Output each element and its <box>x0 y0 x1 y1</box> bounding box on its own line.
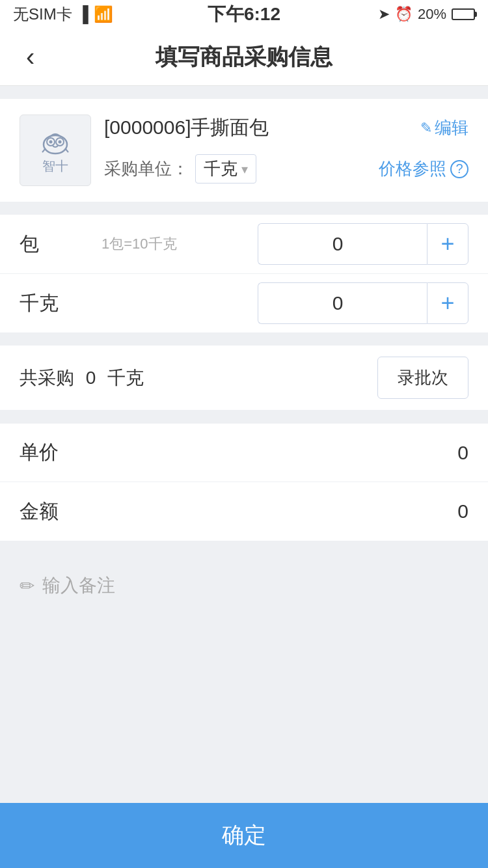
signal-icon: ▐ <box>77 5 88 23</box>
battery-percent: 20% <box>418 6 446 23</box>
page-title: 填写商品采购信息 <box>156 42 332 72</box>
nav-bar: ‹ 填写商品采购信息 <box>0 29 488 86</box>
pack-input-group: + <box>258 223 468 265</box>
status-right: ➤ ⏰ 20% <box>378 6 475 23</box>
info-circle-icon: ? <box>450 160 468 178</box>
amount-value: 0 <box>457 500 468 522</box>
wifi-icon: 📶 <box>94 5 113 23</box>
mid-divider-1 <box>0 202 488 215</box>
kg-input[interactable] <box>258 282 427 324</box>
svg-line-6 <box>65 148 68 152</box>
back-button[interactable]: ‹ <box>20 36 41 78</box>
product-image: 智十 <box>20 115 91 186</box>
kg-label: 千克 <box>20 290 98 317</box>
unit-price-label: 单价 <box>20 439 457 466</box>
batch-button[interactable]: 录批次 <box>377 357 468 399</box>
pencil-icon: ✏ <box>20 575 34 597</box>
product-info: [0000006]手撕面包 ✎ 编辑 采购单位： 千克 ▾ 价格参照 ? <box>104 115 468 183</box>
remark-section[interactable]: ✏ 输入备注 <box>0 554 488 617</box>
content-spacer <box>0 617 488 803</box>
svg-line-5 <box>42 148 46 152</box>
unit-price-row: 单价 0 <box>0 424 488 482</box>
unit-label: 采购单位： <box>104 157 189 180</box>
battery-bar-icon <box>452 8 475 20</box>
pack-plus-button[interactable]: + <box>427 223 468 265</box>
price-info-section: 单价 0 金额 0 <box>0 424 488 541</box>
pack-row: 包 1包=10千克 + <box>0 215 488 273</box>
summary-amount: 0 <box>86 368 96 388</box>
product-name-row: [0000006]手撕面包 ✎ 编辑 <box>104 115 468 141</box>
unit-selector-group: 采购单位： 千克 ▾ <box>104 154 256 183</box>
product-unit-row: 采购单位： 千克 ▾ 价格参照 ? <box>104 154 468 183</box>
remark-placeholder: 输入备注 <box>42 573 115 598</box>
amount-row: 金额 0 <box>0 482 488 541</box>
pack-label: 包 <box>20 231 98 258</box>
svg-point-3 <box>49 140 53 143</box>
mid-divider-2 <box>0 332 488 346</box>
edit-icon: ✎ <box>420 120 432 137</box>
alarm-icon: ⏰ <box>395 6 413 23</box>
price-ref-label: 价格参照 <box>379 157 446 180</box>
unit-price-value: 0 <box>457 442 468 464</box>
status-bar: 无SIM卡 ▐ 📶 下午6:12 ➤ ⏰ 20% <box>0 0 488 29</box>
kg-plus-button[interactable]: + <box>427 282 468 324</box>
unit-value: 千克 <box>204 157 237 180</box>
status-left: 无SIM卡 ▐ 📶 <box>13 4 113 25</box>
mid-divider-3 <box>0 411 488 424</box>
location-icon: ➤ <box>378 6 390 23</box>
price-ref-button[interactable]: 价格参照 ? <box>379 157 468 180</box>
carrier-label: 无SIM卡 <box>13 4 72 25</box>
product-card: 智十 [0000006]手撕面包 ✎ 编辑 采购单位： 千克 ▾ <box>0 99 488 202</box>
confirm-button[interactable]: 确定 <box>0 803 488 868</box>
svg-point-4 <box>59 140 62 143</box>
owl-icon <box>39 126 72 155</box>
product-owl-label: 智十 <box>42 157 68 175</box>
unit-select[interactable]: 千克 ▾ <box>195 154 256 183</box>
summary-text: 共采购 0 千克 <box>20 366 377 390</box>
product-image-inner: 智十 <box>39 126 72 175</box>
pack-sub-label: 1包=10千克 <box>102 234 177 254</box>
edit-label: 编辑 <box>435 116 468 139</box>
status-time: 下午6:12 <box>208 2 280 27</box>
kg-input-group: + <box>258 282 468 324</box>
chevron-down-icon: ▾ <box>241 161 248 177</box>
edit-button[interactable]: ✎ 编辑 <box>420 116 468 139</box>
summary-row: 共采购 0 千克 录批次 <box>0 346 488 411</box>
form-section-pack: 包 1包=10千克 + <box>0 215 488 273</box>
pack-input[interactable] <box>258 223 427 265</box>
form-section-kg: 千克 + <box>0 274 488 332</box>
top-divider <box>0 86 488 99</box>
amount-label: 金额 <box>20 498 457 525</box>
summary-unit: 千克 <box>107 368 144 388</box>
summary-label: 共采购 <box>20 368 74 388</box>
product-name: [0000006]手撕面包 <box>104 115 269 141</box>
mid-divider-4 <box>0 541 488 554</box>
kg-row: 千克 + <box>0 274 488 332</box>
